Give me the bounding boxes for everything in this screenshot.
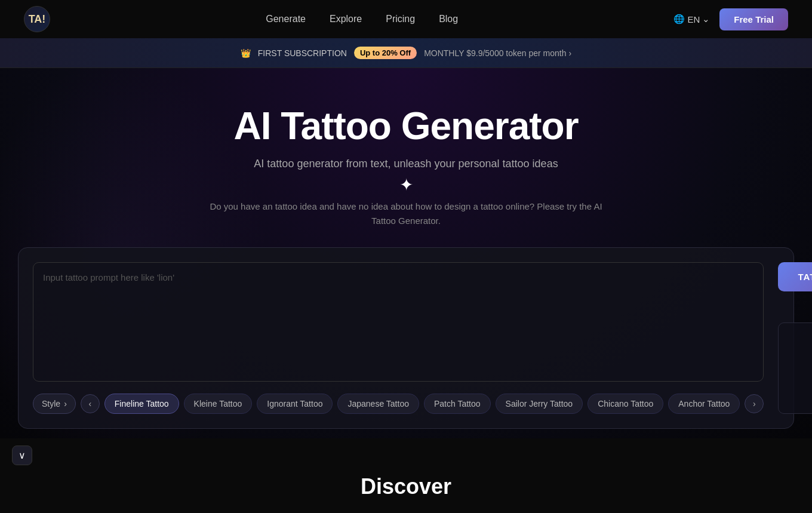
style-chips-row: Style › ‹ Fineline Tattoo Kleine Tattoo … [33, 394, 764, 414]
sparkle-icon: ✦ [197, 175, 615, 195]
chip-sailor[interactable]: Sailor Jerry Tattoo [496, 394, 583, 414]
nav-links: Generate Explore Pricing Blog [266, 14, 458, 24]
chevron-left-icon: ‹ [88, 399, 91, 408]
discover-title: Discover [12, 474, 800, 499]
hero-subtitle: AI tattoo generator from text, unleash y… [197, 158, 615, 170]
chips-prev-button[interactable]: ‹ [81, 394, 100, 413]
generate-button[interactable]: TATTOO DESIGN [778, 262, 812, 291]
arrow-icon: › [569, 48, 572, 58]
chip-ignorant[interactable]: Ignorant Tattoo [257, 394, 333, 414]
nav-right: 🌐 EN ⌄ Free Trial [673, 8, 788, 30]
hero-content: AI Tattoo Generator AI tattoo generator … [197, 104, 615, 247]
subscription-text: FIRST SUBSCRIPTION [258, 48, 347, 58]
right-panel: TATTOO DESIGN Display Public Image is he… [778, 262, 812, 414]
display-public-toggle: Display Public [778, 301, 812, 313]
chip-kleine[interactable]: Kleine Tattoo [184, 394, 253, 414]
free-trial-button[interactable]: Free Trial [719, 8, 788, 30]
chip-anchor[interactable]: Anchor Tattoo [668, 394, 740, 414]
logo[interactable]: TA! [24, 6, 50, 32]
chevron-down-icon: ⌄ [702, 14, 710, 24]
chevron-right-icon: › [753, 399, 756, 408]
discount-badge[interactable]: Up to 20% Off [354, 47, 417, 59]
nav-blog[interactable]: Blog [439, 14, 458, 24]
logo-icon: TA! [24, 6, 50, 32]
chevron-down-icon: ∨ [19, 450, 26, 460]
hero-section: AI Tattoo Generator AI tattoo generator … [0, 68, 812, 438]
generator-card: Style › ‹ Fineline Tattoo Kleine Tattoo … [18, 247, 794, 429]
hero-description: Do you have an tattoo idea and have no i… [197, 199, 615, 228]
promo-banner: 👑 FIRST SUBSCRIPTION Up to 20% Off MONTH… [0, 38, 812, 68]
chip-chicano[interactable]: Chicano Tattoo [588, 394, 663, 414]
globe-icon: 🌐 [673, 14, 685, 24]
page-title: AI Tattoo Generator [197, 104, 615, 148]
discover-section: Discover [0, 438, 812, 513]
textarea-section: Style › ‹ Fineline Tattoo Kleine Tattoo … [33, 262, 764, 414]
chip-japanese[interactable]: Japanese Tattoo [337, 394, 419, 414]
chip-patch[interactable]: Patch Tattoo [424, 394, 491, 414]
image-preview: Image is here [778, 322, 812, 414]
navbar: TA! Generate Explore Pricing Blog 🌐 EN ⌄… [0, 0, 812, 38]
monthly-text[interactable]: MONTHLY $9.9/5000 token per month › [424, 48, 571, 58]
nav-generate[interactable]: Generate [266, 14, 306, 24]
chips-next-button[interactable]: › [745, 394, 764, 413]
chevron-right-icon: › [64, 399, 67, 408]
style-dropdown-button[interactable]: Style › [33, 394, 76, 414]
chip-fineline[interactable]: Fineline Tattoo [104, 394, 179, 414]
language-selector[interactable]: 🌐 EN ⌄ [673, 14, 710, 24]
tattoo-prompt-input[interactable] [33, 262, 764, 382]
nav-pricing[interactable]: Pricing [386, 14, 415, 24]
crown-icon: 👑 [241, 48, 251, 58]
scroll-down-indicator[interactable]: ∨ [12, 446, 32, 465]
nav-explore[interactable]: Explore [330, 14, 362, 24]
